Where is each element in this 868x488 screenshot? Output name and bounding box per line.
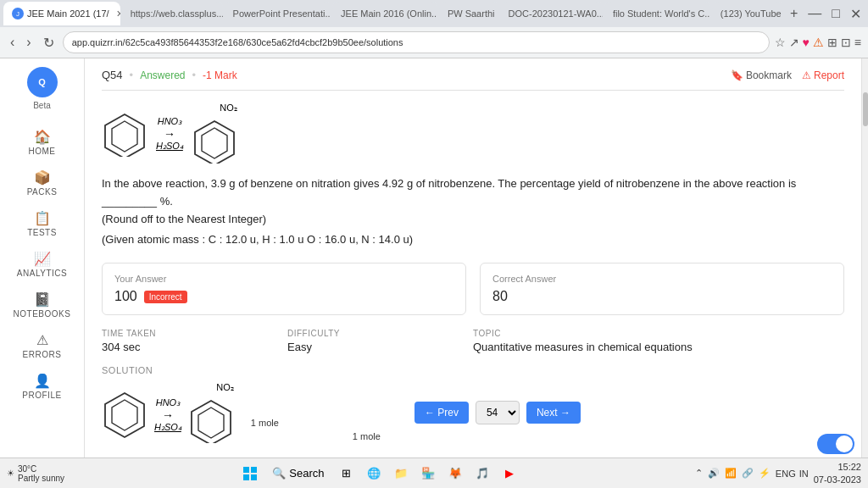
inactive-tab-1[interactable]: https://web.classplus... <box>122 2 223 25</box>
report-button[interactable]: ⚠ Report <box>802 69 844 81</box>
back-btn[interactable]: ‹ <box>7 33 18 52</box>
forward-btn[interactable]: › <box>23 33 34 52</box>
sol-reagent-1: HNO₃ <box>156 397 180 408</box>
window-icon[interactable]: ⊞ <box>827 36 837 49</box>
mole-label-2: 1 mole <box>353 431 381 441</box>
menu-icon[interactable]: ≡ <box>854 36 861 49</box>
sidebar-item-errors[interactable]: ⚠ ERRORS <box>0 325 84 366</box>
solution-nitrobenzene-svg <box>188 397 234 443</box>
scrollbar-thumb[interactable] <box>863 92 868 126</box>
header-sep1: • <box>130 69 134 81</box>
your-answer-value-row: 100 Incorrect <box>114 289 453 304</box>
tests-icon: 📋 <box>34 210 51 226</box>
time-display[interactable]: 15:22 07-03-2023 <box>814 461 861 485</box>
country-label: IN <box>799 469 809 479</box>
reload-btn[interactable]: ↻ <box>40 33 58 53</box>
network-icon[interactable]: 🔗 <box>742 468 754 479</box>
solution-product: NO₂ <box>188 397 234 446</box>
no2-label: NO₂ <box>220 103 237 114</box>
warning-icon: ⚠ <box>813 36 824 49</box>
sidebar-item-packs[interactable]: 📦 PACKS <box>0 163 84 203</box>
atomic-masses: (Given atomic mass : C : 12.0 u, H : 1.0… <box>102 231 844 249</box>
taskbar-up-arrow[interactable]: ⌃ <box>695 468 703 479</box>
taskbar-right: ⌃ 🔊 📶 🔗 ⚡ ENG IN 15:22 07-03-2023 <box>695 461 861 485</box>
time-taken-value: 304 sec <box>102 341 287 353</box>
page-select[interactable]: 54 <box>476 401 520 424</box>
solution-content: HNO₃ → H₂SO₄ NO₂ 1 mole <box>102 384 844 446</box>
store-btn[interactable]: 🏪 <box>416 462 440 485</box>
beta-label: Beta <box>33 101 51 110</box>
close-window-btn[interactable]: ✕ <box>847 4 865 24</box>
sidebar-errors-label: ERRORS <box>23 350 62 359</box>
tab-label-3: JEE Main 2016 (Onlin... <box>341 8 437 19</box>
question-actions: 🔖 Bookmark ⚠ Report <box>731 69 844 81</box>
bookmark-button[interactable]: 🔖 Bookmark <box>731 69 792 81</box>
youtube-btn[interactable]: ▶ <box>498 462 521 485</box>
toggle-button[interactable] <box>817 434 854 454</box>
svg-rect-10 <box>243 474 249 480</box>
reagent-line2: H₂SO₄ <box>156 141 183 152</box>
scrollbar[interactable] <box>861 58 868 458</box>
time-taken-item: TIME TAKEN 304 sec <box>102 329 287 353</box>
search-taskbar-btn[interactable]: 🔍 Search <box>265 462 331 485</box>
prev-button[interactable]: ← Prev <box>415 402 469 424</box>
new-tab-button[interactable]: + <box>785 6 803 21</box>
heart-icon[interactable]: ♥ <box>803 36 810 49</box>
sidebar-profile-label: PROFILE <box>22 391 61 400</box>
wifi-icon[interactable]: 📶 <box>725 468 737 479</box>
sidebar-item-home[interactable]: 🏠 HOME <box>0 122 84 163</box>
inactive-tab-5[interactable]: DOC-20230121-WA0... <box>500 2 603 25</box>
sidebar-packs-label: PACKS <box>27 187 58 197</box>
inactive-tab-2[interactable]: PowerPoint Presentati... <box>225 2 331 25</box>
inactive-tab-6[interactable]: filo Student: World's C... <box>604 2 710 25</box>
correct-answer-number: 80 <box>492 289 508 304</box>
weather-info: ☀ 30°C Partly sunny <box>7 464 64 483</box>
weather-desc: Partly sunny <box>18 474 64 483</box>
tab-label-1: https://web.classplus... <box>131 8 223 19</box>
reagent-line1: HNO₃ <box>158 116 181 127</box>
edge2-btn[interactable]: 🦊 <box>443 462 467 485</box>
svg-marker-3 <box>202 128 227 158</box>
profile-icon[interactable]: ⊡ <box>841 36 851 49</box>
tab-label-5: DOC-20230121-WA0... <box>509 8 603 19</box>
share-icon[interactable]: ↗ <box>789 36 799 49</box>
sidebar-item-profile[interactable]: 👤 PROFILE <box>0 366 84 407</box>
inactive-tab-4[interactable]: PW Saarthi <box>439 2 498 25</box>
sidebar-item-notebooks[interactable]: 📓 NOTEBOOKS <box>0 285 84 325</box>
windows-icon <box>242 466 258 481</box>
active-tab[interactable]: J JEE Main 2021 (17/ ✕ <box>3 2 120 25</box>
bookmark-star-icon[interactable]: ☆ <box>775 36 786 49</box>
benzene-ring-svg <box>102 111 147 157</box>
bookmark-icon: 🔖 <box>731 69 743 81</box>
question-note: (Round off to the Nearest Integer) <box>102 211 844 229</box>
topic-item: TOPIC Quantitative measures in chemical … <box>473 329 844 353</box>
current-time: 15:22 <box>814 461 861 473</box>
solution-section: SOLUTION HNO₃ → H₂SO₄ <box>102 365 844 446</box>
url-input[interactable] <box>63 31 770 53</box>
app-logo[interactable]: Q <box>27 67 58 97</box>
minimize-btn[interactable]: — <box>804 4 825 24</box>
charge-icon[interactable]: ⚡ <box>759 468 771 479</box>
difficulty-value: Easy <box>287 341 473 353</box>
tab-close-btn[interactable]: ✕ <box>116 8 120 19</box>
header-sep2: • <box>192 69 197 81</box>
language-label: ENG <box>776 469 796 479</box>
speaker-icon[interactable]: 🔊 <box>708 468 720 479</box>
sidebar-item-tests[interactable]: 📋 TESTS <box>0 203 84 244</box>
taskbar-center: 🔍 Search ⊞ 🌐 📁 🏪 🦊 🎵 ▶ <box>238 462 520 485</box>
next-button[interactable]: Next → <box>526 402 581 424</box>
taskview-btn[interactable]: ⊞ <box>335 462 359 485</box>
spotify-btn[interactable]: 🎵 <box>470 462 494 485</box>
restore-btn[interactable]: □ <box>828 4 843 24</box>
explorer-btn[interactable]: 📁 <box>389 462 413 485</box>
question-header: Q54 • Answered • -1 Mark 🔖 Bookmark ⚠ Re… <box>102 58 844 91</box>
inactive-tab-3[interactable]: JEE Main 2016 (Onlin... <box>332 2 437 25</box>
sidebar-item-analytics[interactable]: 📈 ANALYTICS <box>0 244 84 285</box>
inactive-tab-7[interactable]: (123) YouTube <box>712 2 783 25</box>
edge-btn[interactable]: 🌐 <box>362 462 386 485</box>
start-button[interactable] <box>238 462 262 485</box>
toggle-container <box>817 434 854 454</box>
your-answer-number: 100 <box>114 289 137 304</box>
svg-rect-11 <box>251 474 257 480</box>
address-bar-row: ‹ › ↻ ☆ ↗ ♥ ⚠ ⊞ ⊡ ≡ <box>0 27 868 58</box>
